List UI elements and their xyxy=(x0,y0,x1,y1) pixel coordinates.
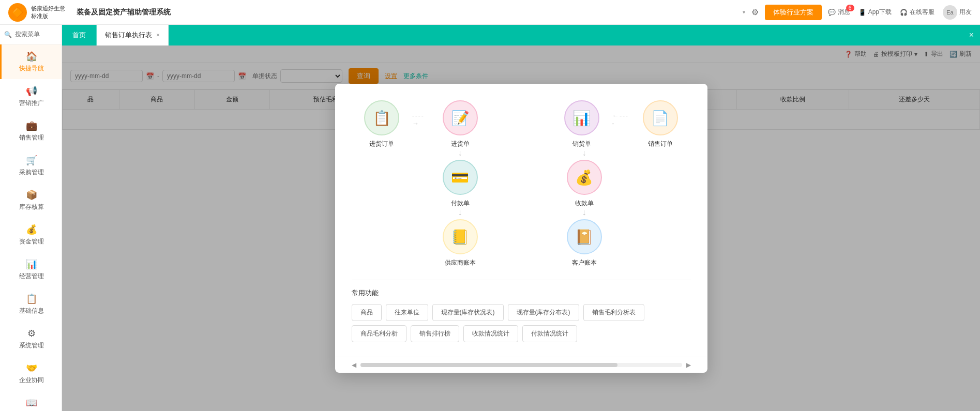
common-btn-product-margin[interactable]: 商品毛利分析 xyxy=(352,325,406,342)
operation-icon: 📊 xyxy=(26,258,37,270)
flow-node-supplier-ledger: 📒 供应商账本 xyxy=(429,219,491,267)
customer-ledger-icon: 📔 xyxy=(567,219,602,254)
flow-node-payment: 💳 付款单 xyxy=(429,160,491,208)
app-download-button[interactable]: 📱 App下载 xyxy=(858,8,892,17)
search-icon: 🔍 xyxy=(4,31,12,38)
down-arrow-payment: ↓ xyxy=(458,208,462,217)
purchase-order-label: 进货订单 xyxy=(369,140,394,148)
flow-node-sale-bill: 📊 销货单 xyxy=(551,100,612,148)
flow-node-receipt: 💰 收款单 xyxy=(553,160,615,208)
system-title: 装备及固定资产辅助管理系统 xyxy=(77,8,736,17)
basic-icon: 📋 xyxy=(26,293,37,305)
sidebar: 🔍 搜索菜单 🏠 快捷导航 📢 营销推广 💼 销售管理 🛒 采购管理 📦 xyxy=(0,25,62,411)
sidebar-item-quick-nav[interactable]: 🏠 快捷导航 xyxy=(0,44,62,79)
logo-text: 畅康通好生意 标准版 xyxy=(31,5,65,20)
settings-icon[interactable]: ⚙ xyxy=(751,7,759,17)
flow-modal: 📋 进货订单 - - - - → 📝 进货单 xyxy=(335,84,707,373)
flow-diagram: 📋 进货订单 - - - - → 📝 进货单 xyxy=(352,100,691,267)
sale-order-icon: 📄 xyxy=(643,100,678,135)
purchase-order-icon: 📋 xyxy=(364,100,399,135)
common-title: 常用功能 xyxy=(352,288,691,298)
sale-bill-icon: 📊 xyxy=(564,100,599,135)
flow-node-purchase-order: 📋 进货订单 xyxy=(352,100,412,148)
common-btn-sales-ranking[interactable]: 销售排行榜 xyxy=(411,325,459,342)
tab-bar: 首页 销售订单执行表 × × xyxy=(62,25,980,45)
header-actions: 💬 消息 6 📱 App下载 🎧 在线客服 Ea 用友 xyxy=(828,5,972,20)
common-buttons-container: 商品 往来单位 现存量(库存状况表) 现存量(库存分布表) 销售毛利分析表 商品… xyxy=(352,304,691,342)
newbie-icon: 📖 xyxy=(26,397,37,408)
sidebar-item-purchase[interactable]: 🛒 采购管理 xyxy=(0,148,62,183)
purchase-bill-icon: 📝 xyxy=(443,100,478,135)
common-btn-inventory-status[interactable]: 现存量(库存状况表) xyxy=(432,304,504,321)
payment-label: 付款单 xyxy=(451,199,470,208)
top-header: 🔶 畅康通好生意 标准版 装备及固定资产辅助管理系统 ▾ ⚙ 体验行业方案 💬 … xyxy=(0,0,980,25)
window-close-button[interactable]: × xyxy=(969,31,974,40)
supplier-ledger-label: 供应商账本 xyxy=(445,258,476,267)
purchase-icon: 🛒 xyxy=(26,155,37,166)
down-arrow-purchase: ↓ xyxy=(458,148,462,158)
common-functions-section: 常用功能 商品 往来单位 现存量(库存状况表) 现存量(库存分布表) 销售毛利分… xyxy=(352,280,691,342)
message-badge: 6 xyxy=(846,5,854,11)
download-icon: 📱 xyxy=(858,9,866,16)
scroll-left-arrow[interactable]: ◀ xyxy=(352,361,356,369)
search-menu[interactable]: 🔍 搜索菜单 xyxy=(0,25,62,44)
sidebar-item-basic[interactable]: 📋 基础信息 xyxy=(0,287,62,322)
system-dropdown-arrow[interactable]: ▾ xyxy=(743,9,745,15)
sidebar-item-enterprise[interactable]: 🤝 企业协同 xyxy=(0,356,62,391)
payment-icon: 💳 xyxy=(443,160,478,195)
receipt-label: 收款单 xyxy=(575,199,594,208)
finance-icon: 💰 xyxy=(26,224,37,235)
scroll-track[interactable] xyxy=(360,363,682,367)
content-area: 首页 销售订单执行表 × × ❓ 帮助 🖨 按模板打印 xyxy=(62,25,980,411)
scroll-thumb xyxy=(360,363,618,367)
purchase-bill-label: 进货单 xyxy=(451,140,470,148)
enterprise-icon: 🤝 xyxy=(26,362,37,374)
online-service-button[interactable]: 🎧 在线客服 xyxy=(900,8,934,17)
marketing-icon: 📢 xyxy=(26,85,37,97)
modal-body: 📋 进货订单 - - - - → 📝 进货单 xyxy=(335,84,707,353)
user-menu[interactable]: Ea 用友 xyxy=(943,5,972,20)
page-content: ❓ 帮助 🖨 按模板打印 ▾ ⬆ 导出 🔄 刷新 xyxy=(62,45,980,411)
sidebar-item-system[interactable]: ⚙ 系统管理 xyxy=(0,322,62,356)
common-btn-counterparty[interactable]: 往来单位 xyxy=(386,304,428,321)
tab-close-icon[interactable]: × xyxy=(156,32,160,39)
flow-node-sale-order: 📄 销售订单 xyxy=(630,100,690,148)
home-icon: 🏠 xyxy=(26,51,37,62)
inventory-icon: 📦 xyxy=(26,189,37,201)
common-btn-receipt-stats[interactable]: 收款情况统计 xyxy=(463,325,518,342)
common-btn-payment-stats[interactable]: 付款情况统计 xyxy=(522,325,577,342)
logo-area: 🔶 畅康通好生意 标准版 xyxy=(8,3,70,22)
sale-bill-label: 销货单 xyxy=(572,140,591,148)
tab-home[interactable]: 首页 xyxy=(62,25,97,45)
sidebar-item-sales[interactable]: 💼 销售管理 xyxy=(0,114,62,148)
modal-overlay[interactable]: 📋 进货订单 - - - - → 📝 进货单 xyxy=(62,45,980,411)
sidebar-item-finance[interactable]: 💰 资金管理 xyxy=(0,218,62,252)
sidebar-item-operation[interactable]: 📊 经营管理 xyxy=(0,252,62,287)
avatar: Ea xyxy=(943,5,957,20)
down-arrow-receipt: ↓ xyxy=(582,208,586,217)
modal-scrollbar: ◀ ▶ xyxy=(335,357,707,373)
try-button[interactable]: 体验行业方案 xyxy=(765,5,822,20)
sidebar-item-marketing[interactable]: 📢 营销推广 xyxy=(0,79,62,114)
sidebar-item-inventory[interactable]: 📦 库存核算 xyxy=(0,183,62,218)
supplier-ledger-icon: 📒 xyxy=(443,219,478,254)
system-icon: ⚙ xyxy=(27,328,36,339)
flow-node-customer-ledger: 📔 客户账本 xyxy=(553,219,615,267)
common-btn-inventory-dist[interactable]: 现存量(库存分布表) xyxy=(508,304,579,321)
logo-icon: 🔶 xyxy=(8,3,27,22)
main-layout: 🔍 搜索菜单 🏠 快捷导航 📢 营销推广 💼 销售管理 🛒 采购管理 📦 xyxy=(0,25,980,411)
sale-order-label: 销售订单 xyxy=(648,140,673,148)
tab-sales-order[interactable]: 销售订单执行表 × xyxy=(97,25,169,45)
down-arrow-sale: ↓ xyxy=(582,148,586,158)
message-button[interactable]: 💬 消息 6 xyxy=(828,8,850,17)
scroll-right-arrow[interactable]: ▶ xyxy=(686,361,691,369)
sidebar-item-newbie[interactable]: 📖 新手引导 xyxy=(0,391,62,411)
common-btn-sales-margin[interactable]: 销售毛利分析表 xyxy=(583,304,644,321)
flow-node-purchase-bill: 📝 进货单 xyxy=(430,100,491,148)
common-btn-product[interactable]: 商品 xyxy=(352,304,382,321)
message-icon: 💬 xyxy=(828,9,836,16)
service-icon: 🎧 xyxy=(900,9,908,16)
customer-ledger-label: 客户账本 xyxy=(572,258,597,267)
receipt-icon: 💰 xyxy=(567,160,602,195)
sales-icon: 💼 xyxy=(26,120,37,131)
